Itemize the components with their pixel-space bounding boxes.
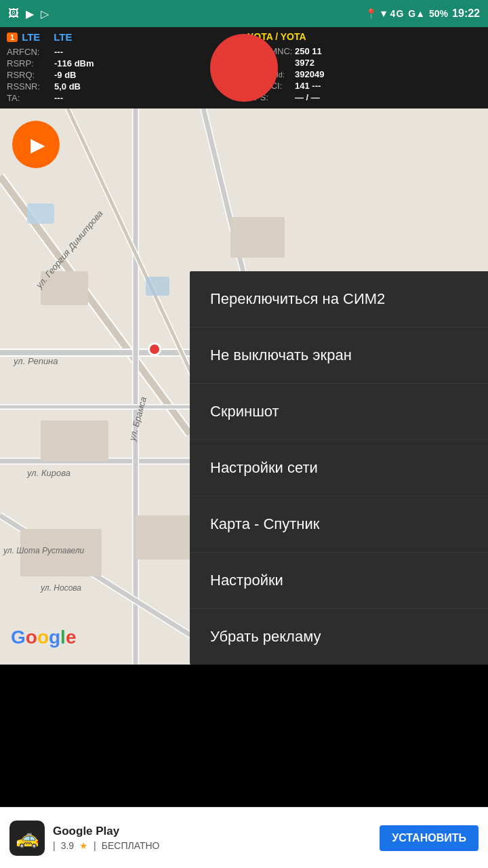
signal-strength-circle bbox=[210, 34, 278, 102]
google-play-icon: ▷ bbox=[41, 7, 49, 20]
carrier-row: YOTA / YOTA bbox=[247, 31, 481, 42]
sim-type1: LTE bbox=[22, 31, 40, 43]
info-panel: 1 LTE LTE ARFCN: --- RSRP: -116 dBm RSRQ… bbox=[0, 27, 488, 108]
ad-app-icon: 🚕 bbox=[9, 821, 45, 856]
install-button[interactable]: УСТАНОВИТЬ bbox=[380, 825, 479, 851]
menu-item-screenshot[interactable]: Скриншот bbox=[190, 384, 488, 440]
image-icon: 🖼 bbox=[8, 7, 19, 20]
menu-item-remove-ads[interactable]: Убрать рекламу bbox=[190, 609, 488, 665]
location-icon: 📍 bbox=[365, 8, 377, 19]
rsrq-label: RSRQ: bbox=[7, 70, 54, 80]
google-e: e bbox=[66, 627, 77, 648]
google-l: l bbox=[60, 627, 66, 648]
tac-value: 3972 bbox=[295, 58, 314, 68]
ta-row: TA: --- bbox=[7, 93, 241, 103]
menu-item-settings[interactable]: Настройки bbox=[190, 553, 488, 609]
gps-row: GPS: — / — bbox=[247, 92, 481, 102]
time-text: 19:22 bbox=[452, 7, 480, 20]
status-bar: 🖼 ▶ ▷ 📍 ▾ 4G G▲ 50% 19:22 bbox=[0, 0, 488, 27]
street-label-kirova: ул. Кирова bbox=[27, 468, 70, 478]
ta-label: TA: bbox=[7, 93, 54, 103]
arfcn-label: ARFCN: bbox=[7, 47, 54, 57]
menu-item-network-settings[interactable]: Настройки сети bbox=[190, 440, 488, 496]
ad-divider2: | bbox=[94, 840, 96, 851]
ad-banner: 🚕 Google Play | 3.9 ★ | БЕСПЛАТНО УСТАНО… bbox=[0, 807, 488, 868]
signal-g-icon: G▲ bbox=[408, 8, 425, 19]
battery-text: 50% bbox=[429, 8, 448, 19]
svg-rect-22 bbox=[230, 217, 285, 258]
arfcn-value: --- bbox=[54, 47, 63, 57]
rssnr-row: RSSNR: 5,0 dB bbox=[7, 81, 241, 92]
enodeb-row: eNodeB Id: 392049 bbox=[247, 69, 481, 79]
dropdown-menu: Переключиться на СИМ2 Не выключать экран… bbox=[190, 271, 488, 665]
play-button[interactable]: ▶ bbox=[12, 121, 60, 168]
location-marker bbox=[148, 342, 161, 356]
gps-value: — / — bbox=[295, 92, 320, 102]
svg-rect-20 bbox=[146, 277, 169, 296]
ad-app-name: Google Play bbox=[53, 825, 380, 838]
menu-item-switch-sim2[interactable]: Переключиться на СИМ2 bbox=[190, 271, 488, 328]
sim-badge: 1 bbox=[7, 33, 18, 42]
sim-type-row: 1 LTE LTE bbox=[7, 31, 241, 43]
ad-star-icon: ★ bbox=[79, 840, 88, 851]
google-o2: o bbox=[37, 627, 49, 648]
google-g2: g bbox=[49, 627, 60, 648]
rsrq-value: -9 dB bbox=[54, 70, 77, 80]
wifi-icon: ▾ bbox=[381, 7, 386, 20]
svg-rect-19 bbox=[27, 203, 54, 224]
menu-item-map-satellite[interactable]: Карта - Спутник bbox=[190, 496, 488, 553]
rssnr-label: RSSNR: bbox=[7, 81, 54, 92]
google-g: G bbox=[11, 627, 26, 648]
mcc-value: 250 11 bbox=[295, 46, 322, 56]
enodeb-value: 392049 bbox=[295, 69, 324, 79]
4g-label: 4G bbox=[390, 8, 405, 19]
sim-separator bbox=[45, 32, 48, 43]
ad-text-group: Google Play | 3.9 ★ | БЕСПЛАТНО bbox=[53, 825, 380, 851]
ad-price: БЕСПЛАТНО bbox=[102, 840, 160, 851]
play-icon: ▶ bbox=[30, 134, 45, 156]
ad-meta: | 3.9 ★ | БЕСПЛАТНО bbox=[53, 840, 380, 851]
street-label-rustaveli: ул. Шота Руставели bbox=[3, 546, 84, 555]
taxi-icon: 🚕 bbox=[16, 827, 39, 849]
ad-rating: 3.9 bbox=[61, 840, 74, 851]
rsrp-label: RSRP: bbox=[7, 58, 54, 68]
play-store-icon: ▶ bbox=[26, 7, 34, 20]
sim-type2: LTE bbox=[54, 31, 72, 43]
tac-row: TAC: 3972 bbox=[247, 58, 481, 68]
map-container[interactable]: ул. Георгия Димитрова ул. Репина ул. Бра… bbox=[0, 108, 488, 665]
google-logo: Google bbox=[11, 627, 76, 648]
rsrq-row: RSRQ: -9 dB bbox=[7, 70, 241, 80]
status-bar-left: 🖼 ▶ ▷ bbox=[8, 7, 49, 20]
svg-rect-25 bbox=[41, 420, 108, 461]
street-label-nosova: ул. Носова bbox=[41, 583, 81, 593]
street-label-repina: ул. Репина bbox=[14, 356, 58, 366]
ad-divider: | bbox=[53, 840, 56, 851]
rsrp-row: RSRP: -116 dBm bbox=[7, 58, 241, 68]
cid-value: 141 --- bbox=[295, 81, 321, 91]
arfcn-row: ARFCN: --- bbox=[7, 47, 241, 57]
rsrp-value: -116 dBm bbox=[54, 58, 94, 68]
menu-item-keep-screen[interactable]: Не выключать экран bbox=[190, 328, 488, 384]
rssnr-value: 5,0 dB bbox=[54, 81, 81, 92]
ta-value: --- bbox=[54, 93, 63, 103]
svg-rect-30 bbox=[136, 515, 197, 559]
cid-row: CID PCI: 141 --- bbox=[247, 81, 481, 91]
status-bar-right: 📍 ▾ 4G G▲ 50% 19:22 bbox=[365, 7, 480, 20]
info-left: 1 LTE LTE ARFCN: --- RSRP: -116 dBm RSRQ… bbox=[7, 31, 241, 104]
mcc-row: MCC MNC: 250 11 bbox=[247, 46, 481, 56]
google-o1: o bbox=[26, 627, 37, 648]
